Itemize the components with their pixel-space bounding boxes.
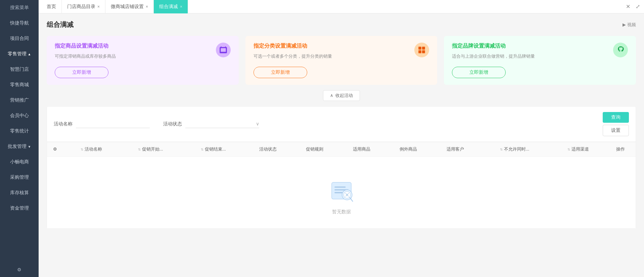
category-card: 指定分类设置满减活动 可选一个或者多个分类，提升分类的销量 立即新增 <box>245 36 438 85</box>
category-card-btn[interactable]: 立即新增 <box>254 67 307 78</box>
th-name[interactable]: ⇅ 活动名称 <box>63 142 119 156</box>
tab-label: 首页 <box>47 4 56 10</box>
close-window-icon[interactable]: ✕ <box>625 2 632 11</box>
chevron-up-icon: ▲ <box>28 52 31 56</box>
sidebar-search[interactable]: 搜索菜单 <box>0 0 39 15</box>
sidebar-item-label: 智慧门店 <box>10 66 29 72</box>
chevron-up-icon: ∧ <box>330 93 333 98</box>
brand-card-btn[interactable]: 立即新增 <box>452 67 506 78</box>
th-label: 活动状态 <box>259 147 277 152</box>
cards-row: 指定商品设置满减活动 可指定滞销商品或库存较多商品 立即新增 指定分类设置满减活… <box>47 36 636 85</box>
sidebar-item-smart-store[interactable]: 智慧门店 <box>0 62 39 77</box>
sidebar-item-retail-mgmt[interactable]: 零售管理 ▲ <box>0 46 39 62</box>
th-status: 活动状态 <box>244 142 291 156</box>
chevron-down-icon: ∨ <box>256 121 259 126</box>
table-wrapper: ⚙ ⇅ 活动名称 ⇅ 促销开始... ⇅ <box>47 142 636 228</box>
play-icon: ▶ <box>623 22 626 27</box>
th-start[interactable]: ⇅ 促销开始... <box>119 142 182 156</box>
collapse-bar: ∧ 收起活动 <box>47 90 636 101</box>
sidebar-item-wholesale-mgmt[interactable]: 批发管理 ▼ <box>0 139 39 154</box>
th-label: 适用商品 <box>353 147 370 152</box>
gear-icon: ⚙ <box>53 147 57 152</box>
brand-card: 指定品牌设置满减活动 适合与上游企业联合做营销，提升品牌销量 立即新增 <box>444 36 636 85</box>
th-label: 促销开始... <box>142 147 163 152</box>
tab-actions: ✕ ⤢ <box>625 2 641 11</box>
sort-icon: ⇅ <box>138 148 141 151</box>
tab-bar: 首页 门店商品目录 × 微商城店铺设置 × 组合满减 × ✕ ⤢ <box>39 0 644 13</box>
collapse-activity-btn[interactable]: ∧ 收起活动 <box>323 90 360 101</box>
tab-store-catalog[interactable]: 门店商品目录 × <box>62 0 105 13</box>
sidebar-item-retail-mall[interactable]: 零售商城 <box>0 77 39 93</box>
tab-combo-discount[interactable]: 组合满减 × <box>154 0 188 13</box>
th-customer: 适用客户 <box>432 142 479 156</box>
sidebar-item-inventory[interactable]: 库存核算 <box>0 185 39 201</box>
sort-icon: ⇅ <box>500 148 503 151</box>
chevron-down-icon: ▼ <box>28 145 31 149</box>
close-icon[interactable]: × <box>146 4 148 9</box>
sort-icon: ⇅ <box>567 148 570 151</box>
filter-row: 活动名称 活动状态 ∨ 查询 设置 <box>47 107 636 142</box>
settings-button[interactable]: ⚙ <box>0 262 39 277</box>
content-area: 组合满减 ▶ 视频 指定商品设置满减活动 可指定滞销商品或库存较多商品 立即新增 <box>39 13 644 277</box>
activity-name-input[interactable] <box>76 120 150 128</box>
product-card-btn[interactable]: 立即新增 <box>55 67 108 78</box>
collapse-label: 收起活动 <box>335 93 353 99</box>
th-label: 促销规则 <box>306 147 323 152</box>
th-label: 不允许同时... <box>504 147 530 152</box>
video-link[interactable]: ▶ 视频 <box>623 22 636 28</box>
product-card: 指定商品设置满减活动 可指定滞销商品或库存较多商品 立即新增 <box>47 36 239 85</box>
sidebar-item-project-contract[interactable]: 项目合同 <box>0 31 39 46</box>
empty-state: 暂无数据 <box>47 157 636 228</box>
close-icon[interactable]: × <box>97 4 100 9</box>
tab-home[interactable]: 首页 <box>41 0 62 13</box>
th-end[interactable]: ⇅ 促销结束... <box>182 142 244 156</box>
th-label: 操作 <box>616 147 625 152</box>
product-card-icon <box>216 43 231 57</box>
main-content: 首页 门店商品目录 × 微商城店铺设置 × 组合满减 × ✕ ⤢ 组合满减 ▶ … <box>39 0 644 277</box>
sidebar-item-purchase-mgmt[interactable]: 采购管理 <box>0 170 39 185</box>
empty-text: 暂无数据 <box>54 209 629 215</box>
th-not-allow[interactable]: ⇅ 不允许同时... <box>479 142 550 156</box>
sidebar-item-finance[interactable]: 资金管理 <box>0 201 39 216</box>
brand-card-desc: 适合与上游企业联合做营销，提升品牌销量 <box>452 53 628 60</box>
sidebar-item-label: 会员中心 <box>10 113 29 119</box>
brand-card-title: 指定品牌设置满减活动 <box>452 43 628 50</box>
query-button[interactable]: 查询 <box>603 112 629 123</box>
sidebar-item-quick-nav[interactable]: 快捷导航 <box>0 15 39 31</box>
sidebar-item-xiaochangec[interactable]: 小畅电商 <box>0 154 39 170</box>
sidebar-item-marketing[interactable]: 营销推广 <box>0 93 39 108</box>
svg-rect-2 <box>419 50 422 53</box>
tab-label: 组合满减 <box>159 4 178 10</box>
sort-icon: ⇅ <box>201 148 203 151</box>
svg-rect-1 <box>422 47 425 50</box>
brand-card-icon <box>613 43 628 57</box>
filter-activity-status: 活动状态 ∨ <box>163 120 259 128</box>
th-goods: 适用商品 <box>338 142 385 156</box>
th-label: 例外商品 <box>400 147 417 152</box>
maximize-icon[interactable]: ⤢ <box>634 2 641 11</box>
sidebar-item-retail-stats[interactable]: 零售统计 <box>0 123 39 139</box>
th-channel[interactable]: ⇅ 适用渠道 <box>550 142 606 156</box>
sidebar-item-label: 小畅电商 <box>10 159 29 165</box>
setting-button[interactable]: 设置 <box>603 125 629 136</box>
video-label: 视频 <box>627 22 636 28</box>
activity-status-label: 活动状态 <box>163 121 182 127</box>
product-card-desc: 可指定滞销商品或库存较多商品 <box>55 53 231 60</box>
close-icon[interactable]: × <box>180 4 182 9</box>
filter-table-container: 活动名称 活动状态 ∨ 查询 设置 <box>47 106 636 229</box>
data-table: ⚙ ⇅ 活动名称 ⇅ 促销开始... ⇅ <box>47 142 636 157</box>
sidebar: 搜索菜单 快捷导航 项目合同 零售管理 ▲ 智慧门店 零售商城 营销推广 会员中… <box>0 0 39 277</box>
th-label: 促销结束... <box>205 147 226 152</box>
activity-name-label: 活动名称 <box>54 121 73 127</box>
sidebar-item-member-center[interactable]: 会员中心 <box>0 108 39 123</box>
svg-rect-3 <box>422 50 425 53</box>
th-gear[interactable]: ⚙ <box>47 142 63 156</box>
tab-label: 门店商品目录 <box>67 4 95 10</box>
th-label: 适用渠道 <box>571 147 589 152</box>
table-header-row: ⚙ ⇅ 活动名称 ⇅ 促销开始... ⇅ <box>47 142 636 156</box>
tab-micro-mall-setting[interactable]: 微商城店铺设置 × <box>105 0 154 13</box>
svg-rect-5 <box>334 186 346 187</box>
th-label: 活动名称 <box>85 147 102 152</box>
activity-status-select[interactable]: ∨ <box>185 120 259 128</box>
svg-rect-0 <box>419 47 422 50</box>
